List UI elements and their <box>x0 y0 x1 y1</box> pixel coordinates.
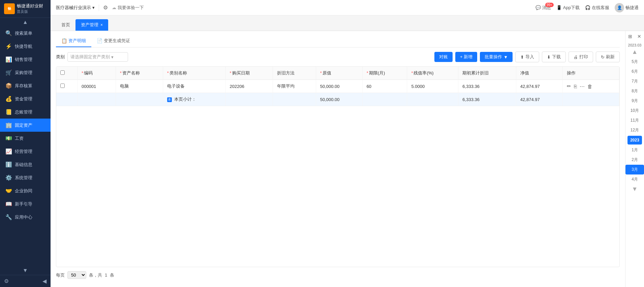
topbar-divider <box>99 4 99 11</box>
subtotal-row: 本 本页小计： 50,000.00 6,333.36 42,874.97 <box>56 93 619 106</box>
company-selector[interactable]: 医疗器械行业演示 ▾ <box>56 5 95 11</box>
month-1[interactable]: 1月 <box>625 145 644 155</box>
year-label: 2023.03 <box>628 43 642 47</box>
sidebar-item-fixed-assets[interactable]: 🏢 固定资产 <box>0 119 51 132</box>
month-8[interactable]: 8月 <box>625 86 644 96</box>
td-name: 电脑 <box>116 80 163 93</box>
month-9[interactable]: 9月 <box>625 96 644 106</box>
tab-close-icon[interactable]: × <box>100 23 103 27</box>
sidebar-item-enterprise[interactable]: 🤝 企业协同 <box>0 184 51 197</box>
sidebar-item-label: 固定资产 <box>15 122 32 128</box>
delete-icon[interactable]: 🗑 <box>587 84 592 89</box>
topbar-settings-icon[interactable]: ⚙ <box>103 4 108 11</box>
experience-btn[interactable]: ☁ 我要体验一下 <box>112 5 144 11</box>
sub-tab-change-voucher[interactable]: 📄 变更生成凭证 <box>91 35 135 47</box>
message-btn[interactable]: 💬 消息 99+ <box>535 5 551 11</box>
sidebar-item-label: 销售管理 <box>15 57 32 63</box>
td-purchase-date: 202206 <box>225 80 273 93</box>
sidebar-nav: 🔍 搜索菜单 ⚡ 快捷导航 📊 销售管理 🛒 采购管理 📦 库存核算 💰 资金管… <box>0 27 51 266</box>
th-category: *类别名称 <box>163 67 225 80</box>
copy-icon[interactable]: ⎘ <box>574 84 577 89</box>
per-page-label: 每页 <box>56 272 65 278</box>
download-button[interactable]: ⬇ 下载 <box>542 52 566 62</box>
month-10[interactable]: 10月 <box>625 106 644 116</box>
sidebar-scroll-up[interactable]: ▲ <box>0 18 51 27</box>
print-button[interactable]: 🖨 打印 <box>569 52 593 62</box>
total-suffix: 条 <box>110 272 114 278</box>
logo-area: 畅 畅捷通好业财 普及版 <box>0 0 51 18</box>
sidebar-item-ledger[interactable]: 📒 总账管理 <box>0 105 51 119</box>
table-row: 000001 电脑 电子设备 202206 年限平均 50,000.00 60 … <box>56 80 619 93</box>
main-area: 医疗器械行业演示 ▾ ⚙ ☁ 我要体验一下 💬 消息 99+ 📱 App下载 🎧… <box>51 0 644 287</box>
month-11[interactable]: 11月 <box>625 116 644 125</box>
td-net-value: 42,874.97 <box>516 80 562 93</box>
select-all-checkbox[interactable] <box>60 70 65 75</box>
sidebar-item-quick-nav[interactable]: ⚡ 快捷导航 <box>0 40 51 53</box>
month-4[interactable]: 4月 <box>625 174 644 184</box>
expand-icon[interactable]: ⊞ <box>628 34 632 39</box>
sidebar-item-search[interactable]: 🔍 搜索菜单 <box>0 27 51 40</box>
online-service-btn[interactable]: 🎧 在线客服 <box>585 5 609 11</box>
sub-tab-asset-detail[interactable]: 📋 资产明细 <box>56 35 91 47</box>
tab-asset-management[interactable]: 资产管理 × <box>75 19 108 31</box>
system-icon: ⚙️ <box>5 174 12 181</box>
category-filter[interactable]: 请选择固定资产类别 ▾ <box>67 52 128 62</box>
toolbar: 类别 请选择固定资产类别 ▾ 对账 + 新增 批量操作 ▼ ⬆ 导入 <box>56 52 620 62</box>
new-button[interactable]: + 新增 <box>455 52 477 62</box>
sidebar-item-sales[interactable]: 📊 销售管理 <box>0 53 51 66</box>
td-subtotal-empty7 <box>407 93 458 106</box>
sidebar-item-system[interactable]: ⚙️ 系统管理 <box>0 171 51 184</box>
close-panel-icon[interactable]: ✕ <box>637 34 641 39</box>
company-name: 医疗器械行业演示 <box>56 5 91 11</box>
th-purchase-date: *购买日期 <box>225 67 273 80</box>
online-service-label: 在线客服 <box>592 5 609 11</box>
td-depreciation-method: 年限平均 <box>273 80 316 93</box>
print-icon: 🖨 <box>574 55 578 60</box>
sidebar-item-guide[interactable]: 📖 新手引导 <box>0 197 51 211</box>
sidebar-scroll-down[interactable]: ▼ <box>0 266 51 275</box>
settings-icon[interactable]: ⚙ <box>4 278 9 284</box>
month-3-active[interactable]: 3月 <box>625 165 644 174</box>
import-button[interactable]: ⬆ 导入 <box>515 52 539 62</box>
month-7[interactable]: 7月 <box>625 76 644 86</box>
row-checkbox[interactable] <box>60 84 65 88</box>
subtotal-icon: 本 <box>167 97 172 102</box>
td-subtotal-empty3 <box>116 93 163 106</box>
asset-data-table: *编码 *资产名称 *类别名称 *购买日期 折旧方法 *原值 *期限(月) *残… <box>56 67 619 106</box>
sidebar-item-purchase[interactable]: 🛒 采购管理 <box>0 66 51 79</box>
panel-nav-down[interactable]: ▼ <box>631 184 639 194</box>
topbar-right: 💬 消息 99+ 📱 App下载 🎧 在线客服 👤 畅捷通 <box>535 3 639 12</box>
edit-icon[interactable]: ✏ <box>567 83 571 89</box>
inventory-icon: 📦 <box>5 83 12 89</box>
sidebar-item-basic-info[interactable]: ℹ️ 基础信息 <box>0 158 51 171</box>
collapse-icon[interactable]: ◀ <box>42 278 47 284</box>
per-page-select[interactable]: 50 100 <box>67 271 86 279</box>
reconcile-button[interactable]: 对账 <box>434 52 453 62</box>
sidebar-item-funds[interactable]: 💰 资金管理 <box>0 92 51 105</box>
batch-button[interactable]: 批量操作 ▼ <box>480 52 513 62</box>
sidebar-item-operations[interactable]: 📈 经营管理 <box>0 145 51 158</box>
sidebar-item-payroll[interactable]: 💵 工资 <box>0 132 51 145</box>
refresh-button[interactable]: ↻ 刷新 <box>596 52 620 62</box>
table-header-row: *编码 *资产名称 *类别名称 *购买日期 折旧方法 *原值 *期限(月) *残… <box>56 67 619 80</box>
topbar: 医疗器械行业演示 ▾ ⚙ ☁ 我要体验一下 💬 消息 99+ 📱 App下载 🎧… <box>51 0 644 15</box>
td-subtotal-empty2 <box>77 93 116 106</box>
tab-home[interactable]: 首页 <box>56 19 75 31</box>
td-checkbox <box>56 80 77 93</box>
month-2[interactable]: 2月 <box>625 155 644 165</box>
month-6[interactable]: 6月 <box>625 67 644 76</box>
sidebar-item-app-center[interactable]: 🔧 应用中心 <box>0 211 51 224</box>
app-download-btn[interactable]: 📱 App下载 <box>556 5 580 11</box>
tab-active-label: 资产管理 <box>81 22 98 28</box>
more-icon[interactable]: ⋯ <box>580 83 585 89</box>
basic-info-icon: ℹ️ <box>5 161 12 168</box>
batch-label: 批量操作 <box>485 54 502 60</box>
month-5[interactable]: 5月 <box>625 57 644 67</box>
td-period: 60 <box>362 80 407 93</box>
month-12[interactable]: 12月 <box>625 125 644 135</box>
user-area[interactable]: 👤 畅捷通 <box>615 3 639 12</box>
panel-nav-up[interactable]: ▲ <box>631 47 639 57</box>
import-icon: ⬆ <box>520 55 524 60</box>
company-dropdown-icon: ▾ <box>92 5 95 10</box>
sidebar-item-inventory[interactable]: 📦 库存核算 <box>0 79 51 92</box>
